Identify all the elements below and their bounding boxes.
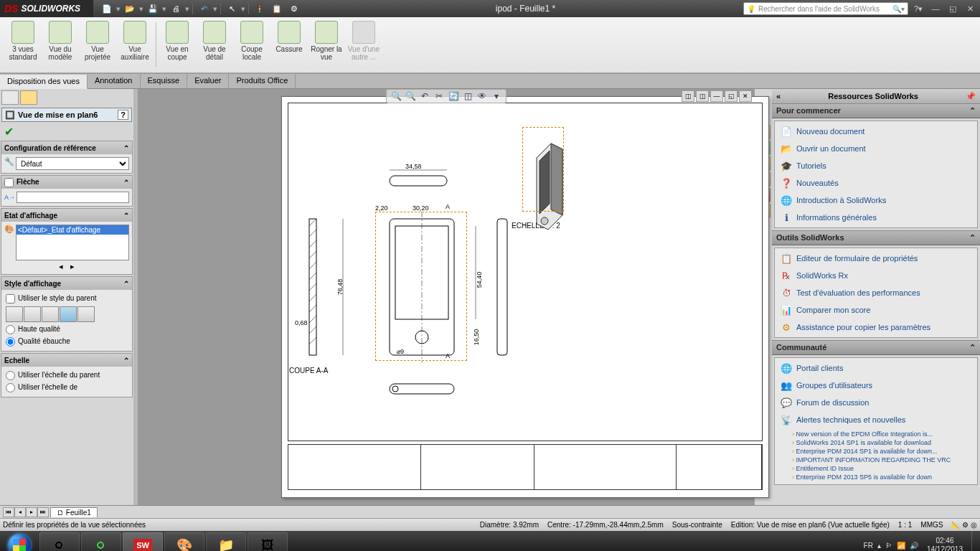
rib-broken-section[interactable]: Coupe locale	[233, 19, 270, 70]
task-chrome1[interactable]: ⭘	[39, 532, 80, 551]
task-paint[interactable]: 🎨	[164, 532, 204, 551]
tray-clock[interactable]: 02:4614/12/2013	[923, 537, 967, 551]
save-icon[interactable]: 💾	[145, 1, 161, 16]
settings-icon[interactable]: ⚙	[286, 1, 302, 16]
close-button[interactable]: ✕	[963, 3, 977, 14]
draft-radio[interactable]	[6, 337, 15, 347]
news-item[interactable]: Enterprise PDM 2014 SP1 is available for…	[792, 447, 974, 456]
hide-show-icon[interactable]: 👁	[476, 90, 489, 103]
use-parent-style-checkbox[interactable]	[6, 294, 15, 303]
section-view-icon[interactable]: ✂	[433, 90, 446, 103]
open-icon[interactable]: 📂	[122, 1, 138, 16]
whats-new-link[interactable]: ❓Nouveautés	[775, 174, 977, 192]
info-link[interactable]: ℹInformations générales	[775, 209, 977, 226]
display-state-header[interactable]: Etat d'affichage⌃	[1, 209, 132, 222]
tray-up-icon[interactable]: ▴	[877, 542, 881, 550]
options-icon[interactable]: 📋	[269, 1, 285, 16]
rx-link[interactable]: ℞SolidWorks Rx	[775, 267, 977, 284]
style-wireframe[interactable]	[6, 306, 23, 322]
property-tab[interactable]	[20, 90, 37, 105]
lang-indicator[interactable]: FR	[864, 542, 873, 550]
restore-button[interactable]: ◱	[946, 3, 960, 14]
prop-form-editor-link[interactable]: 📋Editeur de formulaire de propriétés	[775, 250, 977, 267]
scroll-left[interactable]: ◂	[59, 262, 63, 271]
pushpin-icon[interactable]: 📌	[966, 92, 976, 101]
help-button[interactable]: ?	[118, 110, 128, 120]
hq-radio[interactable]	[6, 325, 15, 334]
news-item[interactable]: Entitlement ID Issue	[792, 464, 974, 473]
select-icon[interactable]: ↖	[224, 1, 240, 16]
tab-view-layout[interactable]: Disposition des vues	[0, 75, 88, 89]
show-desktop-button[interactable]	[971, 531, 980, 551]
scale-parent-radio[interactable]	[6, 371, 15, 380]
more-icon[interactable]: ▾	[490, 90, 503, 103]
sheet-tab-1[interactable]: 🗋 Feuille1	[50, 507, 98, 517]
forum-link[interactable]: 💬Forum de discussion	[775, 394, 977, 411]
help-search-input[interactable]: 💡Rechercher dans l'aide de SolidWorks🔍▾	[743, 2, 908, 15]
status-units[interactable]: MMGS	[920, 521, 943, 529]
rib-projected-view[interactable]: Vue projetée	[79, 19, 116, 70]
status-zoom[interactable]: 1 : 1	[898, 521, 912, 529]
scale-sheet-radio[interactable]	[6, 383, 15, 392]
view-orient-icon[interactable]: 🔄	[447, 90, 460, 103]
feature-tree-tab[interactable]	[1, 90, 19, 105]
prev-view-icon[interactable]: ↶	[418, 90, 431, 103]
news-item[interactable]: New version of the EPDM Office Integrati…	[792, 430, 974, 438]
config-dropdown[interactable]: Défaut	[16, 157, 129, 170]
status-icons[interactable]: 📐 ⚙ ◎	[951, 521, 977, 529]
task-explorer[interactable]: 📁	[206, 532, 246, 551]
style-hidden-removed[interactable]	[42, 306, 59, 322]
rib-crop-view[interactable]: Rogner la vue	[308, 19, 345, 70]
rib-3views[interactable]: 3 vues standard	[4, 19, 42, 70]
zoom-area-icon[interactable]: 🔍	[404, 90, 417, 103]
undo-icon[interactable]: ↶	[196, 1, 212, 16]
copy-settings-link[interactable]: ⚙Assistance pour copier les paramètres	[775, 319, 977, 336]
compare-score-link[interactable]: 📊Comparer mon score	[775, 301, 977, 319]
arrow-input[interactable]	[17, 192, 129, 203]
ok-button[interactable]: ✔	[0, 123, 133, 140]
print-icon[interactable]: 🖨	[168, 1, 184, 16]
scale-header[interactable]: Echelle⌃	[1, 354, 132, 367]
sheet-last[interactable]: ⏭	[37, 507, 49, 517]
display-style-icon[interactable]: ◫	[461, 90, 474, 103]
arrow-header[interactable]: Flèche⌃	[1, 176, 132, 189]
mdi-prev[interactable]: ◫	[682, 90, 694, 102]
help-icon[interactable]: ?▾	[911, 3, 925, 14]
new-document-link[interactable]: 📄Nouveau document	[775, 123, 977, 140]
tutorials-link[interactable]: 🎓Tutoriels	[775, 157, 977, 174]
mdi-min[interactable]: —	[710, 90, 723, 102]
display-state-list[interactable]: <Défaut>_Etat d'affichage	[16, 225, 129, 260]
rib-section-view[interactable]: Vue en coupe	[159, 19, 196, 70]
section-start[interactable]: Pour commencer⌃	[772, 103, 980, 118]
style-shaded[interactable]	[77, 306, 95, 322]
news-item[interactable]: SolidWorks 2014 SP1 is available for dow…	[792, 438, 974, 447]
style-shaded-edges[interactable]	[60, 306, 77, 322]
task-solidworks[interactable]: SW	[123, 532, 163, 551]
task-photos[interactable]: 🖼	[248, 532, 288, 551]
section-tools[interactable]: Outils SolidWorks⌃	[772, 230, 980, 245]
rib-break[interactable]: Cassure	[270, 19, 308, 70]
rebuild-icon[interactable]: 🚦	[252, 1, 268, 16]
start-button[interactable]	[0, 531, 39, 551]
minimize-button[interactable]: —	[928, 3, 943, 14]
zoom-fit-icon[interactable]: 🔍	[390, 90, 402, 103]
perf-test-link[interactable]: ⏱Test d'évaluation des performances	[775, 284, 977, 301]
new-icon[interactable]: 📄	[99, 1, 115, 16]
tab-annotation[interactable]: Annotation	[88, 74, 141, 88]
intro-link[interactable]: 🌐Introduction à SolidWorks	[775, 192, 977, 209]
news-item[interactable]: IMPORTANT INFORMATION REGARDING THE VRC	[792, 456, 974, 464]
open-document-link[interactable]: 📂Ouvrir un document	[775, 140, 977, 157]
user-groups-link[interactable]: 👥Groupes d'utilisateurs	[775, 377, 977, 394]
drawing-canvas[interactable]: 🔍 🔍 ↶ ✂ 🔄 ◫ 👁 ▾ ◫ ◫ — ◱ ✕ 34,58 2,20 30,…	[138, 89, 755, 505]
customer-portal-link[interactable]: 🌐Portail clients	[775, 359, 977, 377]
news-item[interactable]: Enterprise PDM 2013 SP5 is available for…	[792, 473, 974, 481]
tray-volume-icon[interactable]: 🔊	[910, 542, 918, 550]
tab-evaluate[interactable]: Evaluer	[187, 74, 229, 88]
tab-office[interactable]: Produits Office	[229, 74, 296, 88]
task-chrome2[interactable]: ⭘	[81, 532, 121, 551]
sheet-first[interactable]: ⏮	[3, 507, 14, 517]
tray-flag-icon[interactable]: 🏳	[885, 542, 892, 550]
rib-detail-view[interactable]: Vue de détail	[196, 19, 233, 70]
section-community[interactable]: Communauté⌃	[772, 340, 980, 355]
tab-sketch[interactable]: Esquisse	[141, 74, 188, 88]
